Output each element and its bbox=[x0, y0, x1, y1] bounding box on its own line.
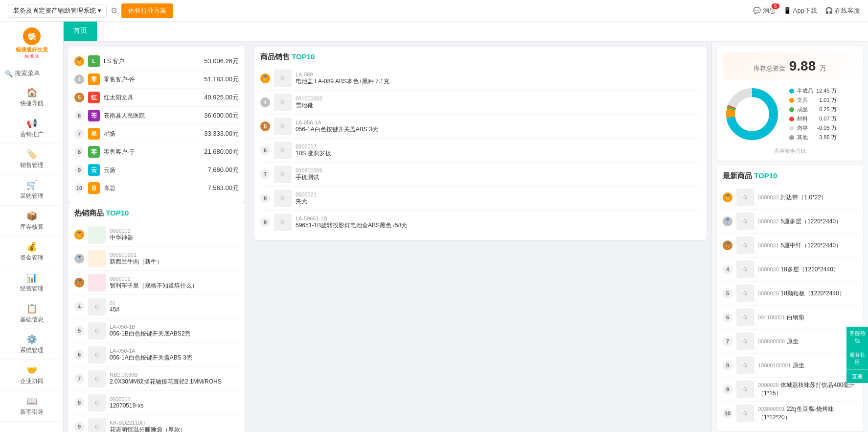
service-community-button[interactable]: 服务社区 bbox=[846, 348, 868, 370]
legend-value-other: -3.86 万 bbox=[817, 134, 836, 141]
product-code: 10000100001 bbox=[758, 362, 791, 368]
rank-number: 6 bbox=[74, 111, 84, 120]
app-download-label: App下载 bbox=[793, 6, 817, 15]
goods-code: LA-056-1A bbox=[296, 120, 701, 125]
rank-number: 🥈 bbox=[723, 216, 732, 226]
sidebar-item-marketing[interactable]: 📢 营销推广 bbox=[0, 113, 63, 144]
goods-info: LA-59651-1B 59651-1B旋转投影灯电池盒ABS黑色+58壳 bbox=[296, 216, 701, 230]
content-area: 首页 🥇 L LS 客户 53,006.26元 4 bbox=[64, 22, 868, 432]
goods-rank-item: 7 G 000800005 手机测试 bbox=[260, 163, 701, 187]
new-product-info: 004100001 白钢垫 bbox=[758, 313, 857, 322]
rank-number: 7 bbox=[723, 336, 732, 346]
purchase-icon: 🛒 bbox=[26, 180, 37, 191]
top-bar: 装备及固定资产辅助管理系统 ▾ ⚙ 体验行业方案 💬 消息 6 📱 App下载 … bbox=[0, 0, 868, 22]
legend-dot-finished bbox=[789, 107, 794, 112]
product-thumbnail bbox=[88, 250, 106, 267]
product-info: KK-SD22110H 花语萌恒温分腿睡袋（厚款） bbox=[110, 420, 239, 432]
goods-rank-item: 8 G 0000021 夹壳 bbox=[260, 187, 701, 211]
rank-item: 10 肖 肖总 7,563.00元 bbox=[74, 179, 239, 197]
goods-thumbnail: G bbox=[274, 94, 292, 111]
product-code: 01 bbox=[110, 300, 239, 306]
online-service-button[interactable]: 🎧 在线客服 bbox=[825, 6, 860, 15]
product-item: 6 G LA-056-1A 056-1A白色按键开关盖ABS 3壳 bbox=[74, 343, 239, 367]
rank-number: 5 bbox=[74, 93, 84, 102]
trial-button[interactable]: 体验行业方案 bbox=[121, 3, 173, 18]
tab-home[interactable]: 首页 bbox=[64, 22, 97, 41]
legend-label-other: 其他 bbox=[797, 134, 814, 141]
inventory-total-value: 9.88 bbox=[789, 58, 816, 73]
gear-icon[interactable]: ⚙ bbox=[111, 6, 117, 15]
sidebar-item-guide[interactable]: 📖 新手引导 bbox=[0, 391, 63, 422]
sidebar-item-inventory[interactable]: 📦 库存核算 bbox=[0, 206, 63, 237]
customer-name: 红太阳文具 bbox=[104, 94, 200, 102]
new-product-item: 7 G 000800008 原坐 bbox=[723, 330, 857, 354]
customer-service-button[interactable]: 客服热线 bbox=[846, 327, 868, 348]
customer-rank-list: 🥇 L LS 客户 53,006.26元 4 零 零售客户-许 51,183.0… bbox=[74, 52, 239, 197]
rank-number: 🥇 bbox=[74, 230, 84, 240]
inventory-total-label: 库存总资金 bbox=[754, 65, 785, 72]
product-name: 5厘中纤（1220*2440） bbox=[780, 242, 842, 249]
goods-thumbnail: G bbox=[274, 214, 292, 231]
sidebar-item-finance[interactable]: 💰 资金管理 bbox=[0, 237, 63, 267]
new-product-item: 🥇 G 0000033 封边带（1.0*22） bbox=[723, 186, 857, 210]
home-icon: 🏠 bbox=[26, 87, 37, 98]
live-button[interactable]: 直播 bbox=[846, 370, 868, 383]
goods-info: LA-056-1A 056-1A白色按键开关盖ABS 3壳 bbox=[296, 120, 701, 134]
product-item: 4 G 01 45# bbox=[74, 295, 239, 319]
product-name: 056-1B白色按键开关底ABS2壳 bbox=[110, 330, 239, 338]
sidebar: 畅 畅捷通好生意 标准版 🔍 搜索菜单 🏠 快捷导航 📢 营销推广 🏷️ 销售管… bbox=[0, 22, 64, 432]
rank-number: 4 bbox=[260, 97, 270, 107]
product-code: 000500001 bbox=[110, 252, 239, 258]
product-name: 5厘多层（1220*2440） bbox=[780, 218, 842, 225]
sidebar-item-collab[interactable]: 🤝 企业协同 bbox=[0, 360, 63, 391]
search-menu-button[interactable]: 🔍 搜索菜单 bbox=[0, 65, 63, 82]
right-panel: 库存总资金 9.88 万 bbox=[711, 42, 868, 432]
system-selector[interactable]: 装备及固定资产辅助管理系统 ▾ bbox=[8, 4, 107, 18]
top-bar-right: 💬 消息 6 📱 App下载 🎧 在线客服 bbox=[753, 6, 860, 15]
customer-avatar: 星 bbox=[88, 128, 100, 140]
sidebar-label-system: 系统管理 bbox=[20, 346, 44, 355]
rank-number: 🥇 bbox=[74, 56, 84, 66]
product-code: 0000031 bbox=[758, 242, 779, 248]
app-download-button[interactable]: 📱 App下载 bbox=[783, 6, 817, 15]
sidebar-item-basic-info[interactable]: 📋 基础信息 bbox=[0, 298, 63, 329]
legend-label-stationery: 文具 bbox=[797, 96, 816, 104]
sidebar-item-purchase[interactable]: 🛒 采购管理 bbox=[0, 175, 63, 206]
rank-item: 🥇 L LS 客户 53,006.26元 bbox=[74, 52, 239, 71]
chevron-down-icon: ▾ bbox=[98, 7, 101, 14]
legend-dot-meat bbox=[789, 126, 794, 131]
messages-button[interactable]: 💬 消息 6 bbox=[753, 6, 776, 15]
customer-name: 零售客户-于 bbox=[104, 148, 200, 156]
product-code: KK-SD22110H bbox=[110, 420, 239, 426]
operations-icon: 📊 bbox=[26, 272, 37, 283]
left-panel: 🥇 L LS 客户 53,006.26元 4 零 零售客户-许 51,183.0… bbox=[64, 42, 250, 432]
product-info: 0000011 12070519-xs bbox=[110, 396, 239, 409]
new-product-item: 8 G 10000100001 原坐 bbox=[723, 354, 857, 378]
content-body: 🥇 L LS 客户 53,006.26元 4 零 零售客户-许 51,183.0… bbox=[64, 42, 868, 432]
new-product-thumb: G bbox=[736, 189, 754, 206]
goods-thumbnail: G bbox=[274, 118, 292, 135]
product-item: 🥉 0000002 智利车子里（规格不知道填什么） bbox=[74, 271, 239, 295]
customer-value: 33,333.00元 bbox=[204, 129, 239, 138]
new-product-thumb: G bbox=[736, 237, 754, 254]
sidebar-logo: 畅 畅捷通好生意 标准版 bbox=[0, 22, 63, 65]
sidebar-item-sales[interactable]: 🏷️ 销售管理 bbox=[0, 144, 63, 175]
customer-name: LS 客户 bbox=[104, 57, 200, 66]
sidebar-item-operations[interactable]: 📊 经营管理 bbox=[0, 267, 63, 298]
sidebar-item-system[interactable]: ⚙️ 系统管理 bbox=[0, 329, 63, 360]
logo-badge: 标准版 bbox=[24, 53, 39, 60]
product-item: 🥇 0000001 中华神器 bbox=[74, 223, 239, 247]
nav-tabs: 首页 bbox=[64, 22, 868, 42]
new-product-info: 0000030 18多层（1220*2440） bbox=[758, 265, 857, 274]
customer-name: 星扬 bbox=[104, 130, 200, 138]
goods-rank-item: 9 G LA-59651-1B 59651-1B旋转投影灯电池盒ABS黑色+58… bbox=[260, 211, 701, 234]
legend-item-stationery: 文具 1.01 万 bbox=[789, 96, 837, 104]
legend-label-semi: 半成品 bbox=[797, 87, 813, 95]
product-code: 0000028 bbox=[758, 382, 779, 388]
rank-number: 8 bbox=[74, 147, 84, 157]
legend-dot-other bbox=[789, 135, 794, 140]
rank-number: 5 bbox=[723, 288, 732, 298]
customer-name: 苍南县人民医院 bbox=[104, 112, 200, 120]
sidebar-item-quick-nav[interactable]: 🏠 快捷导航 bbox=[0, 82, 63, 113]
rank-number: 9 bbox=[74, 165, 84, 175]
